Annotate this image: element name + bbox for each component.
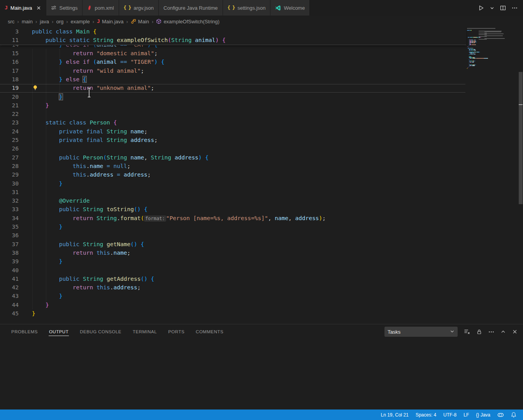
breadcrumb-separator-icon: › [126,19,128,24]
statusbar-bell-icon[interactable] [507,410,520,420]
output-channel-select[interactable]: Tasks [384,327,458,337]
code-line[interactable]: private final String address; [32,136,158,144]
statusbar-item-ln-19-col-21[interactable]: Ln 19, Col 21 [377,410,412,420]
code-token: String [93,37,113,43]
code-line[interactable]: public String getAddress() { [32,275,154,283]
code-line[interactable]: } else if (animal == "TIGER") { [32,58,165,66]
status-bar: Ln 19, Col 21Spaces: 4UTF-8LF{} Java [0,410,523,420]
breadcrumb-item[interactable]: java [40,19,49,24]
tab-label: pom.xml [95,5,114,11]
code-editor[interactable]: 14 } else if (animal == "CAT") {15 retur… [0,27,523,324]
lock-icon[interactable] [476,329,482,335]
editor-tab-settings[interactable]: Settings [46,0,82,16]
code-line[interactable]: return "wild animal"; [32,66,144,75]
close-icon[interactable] [512,329,518,334]
code-token: name [90,163,103,169]
editor-tab-settings-json[interactable]: { }settings.json [223,0,271,16]
code-token: , [288,215,295,221]
statusbar-item-spaces-4[interactable]: Spaces: 4 [412,410,440,420]
breadcrumb-item[interactable]: JMain.java [97,19,123,24]
code-line[interactable]: static class Person { [32,118,117,127]
code-token: format [120,215,140,221]
breadcrumb-item[interactable]: example [71,19,90,24]
code-line[interactable]: public class Main { [32,27,97,36]
tab-close-icon[interactable] [36,5,41,10]
code-token [79,154,83,161]
chevron-up-icon[interactable] [500,329,506,334]
panel-tab-comments[interactable]: COMMENTS [195,326,224,337]
breadcrumb-item[interactable]: org [56,19,63,24]
code-line[interactable]: } [32,257,63,266]
clear-output-icon[interactable] [464,329,470,335]
code-line[interactable]: return "unknown animal"; [32,84,154,92]
code-line[interactable]: } [32,301,49,309]
breadcrumb-item[interactable]: main [22,19,33,24]
editor-tab-configure-java-runtime[interactable]: Configure Java Runtime [159,0,223,16]
panel-tab-debug-console[interactable]: DEBUG CONSOLE [79,326,122,337]
code-line[interactable]: } [32,101,49,110]
panel-tab-ports[interactable]: PORTS [168,326,185,337]
code-line[interactable]: } [32,93,63,101]
code-token: } [59,94,63,100]
code-line[interactable]: public static String exampleOfSwitch(Str… [32,36,226,44]
editor-scrollbar[interactable] [519,72,523,204]
code-line[interactable]: return String.format(format:"Person [nam… [32,214,326,223]
lightbulb-icon[interactable] [32,85,38,91]
code-line[interactable]: } [32,292,63,300]
editor-tab-main-java[interactable]: JMain.java [0,0,46,16]
code-token [52,28,56,35]
statusbar-item-lf[interactable]: LF [460,410,472,420]
code-line[interactable]: return this.address; [32,283,140,292]
code-token [79,276,83,282]
code-token [110,119,114,126]
run-icon[interactable] [478,5,484,11]
panel-tab-terminal[interactable]: TERMINAL [132,326,157,337]
panel-tab-output[interactable]: OUTPUT [49,326,69,337]
breadcrumb-item[interactable]: exampleOfSwitch(String) [156,19,219,24]
code-line[interactable]: private final String name; [32,127,147,136]
statusbar-right-items: Ln 19, Col 21Spaces: 4UTF-8LF{} Java [377,410,523,420]
code-line[interactable]: this.name = null; [32,162,130,170]
panel-tab-problems[interactable]: PROBLEMS [11,326,38,337]
code-line[interactable]: @Override [32,196,90,205]
line-number: 11 [0,36,19,44]
sticky-scroll[interactable]: 3public class Main {11 public static Str… [0,27,466,45]
code-token: , [268,215,275,221]
chevron-down-icon[interactable] [490,6,494,10]
code-line[interactable]: public Person(String name, String addres… [32,153,209,162]
code-token [32,128,59,135]
code-token [63,59,66,65]
editor-tab-argv-json[interactable]: { }argv.json [119,0,159,16]
minimap[interactable] [467,28,519,75]
statusbar-item--java[interactable]: {} Java [472,410,494,420]
output-panel-body[interactable] [0,339,523,409]
code-token: , [144,154,151,161]
code-line[interactable]: } else { [32,75,86,84]
minimap-segment [467,68,467,69]
code-token: ) [216,37,219,43]
code-token [66,119,69,126]
breadcrumb-item[interactable]: Main [131,19,149,24]
code-line[interactable]: } [32,309,35,318]
statusbar-copilot-icon[interactable] [494,410,507,420]
code-line[interactable]: return this.name; [32,248,130,257]
code-token [127,59,131,65]
ellipsis-icon[interactable] [512,5,518,11]
code-token [32,215,73,221]
code-line[interactable]: this.address = address; [32,170,151,179]
code-token: public [59,276,79,282]
editor-tab-welcome[interactable]: Welcome [270,0,310,16]
breadcrumb-separator-icon: › [52,19,53,24]
editor-tab-pom-xml[interactable]: pom.xml [82,0,119,16]
statusbar-item-utf-8[interactable]: UTF-8 [440,410,460,420]
code-line[interactable]: public String toString() { [32,205,147,214]
code-line[interactable]: public String getName() { [32,240,144,248]
breadcrumb-item[interactable]: src [8,19,14,24]
split-editor-icon[interactable] [500,5,506,11]
code-line[interactable]: } [32,179,63,188]
code-token: . [110,284,114,290]
code-token [83,137,86,143]
code-line[interactable]: } [32,222,63,231]
ellipsis-icon[interactable] [488,329,494,335]
code-line[interactable]: return "domestic animal"; [32,49,158,58]
